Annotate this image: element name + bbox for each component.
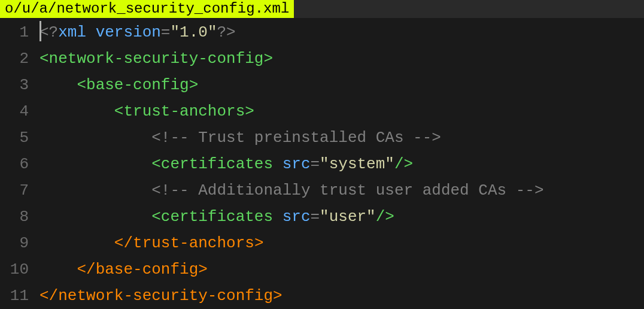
token-punct: <? [40,23,58,41]
token-bracket: /> [376,208,394,226]
token-indent [40,102,114,120]
token-bracket: > [254,234,264,252]
token-indent [40,234,114,252]
file-tab[interactable]: o/u/a/network_security_config.xml [0,0,294,18]
code-content[interactable]: <?xml version="1.0"?> <network-security-… [36,18,544,309]
token-pi: xml [58,23,86,41]
token-bracket: /> [394,155,413,173]
line-number: 6 [0,151,29,177]
token-tag: network-security-config [49,50,264,68]
token-tag: base-config [96,260,199,278]
text-cursor [40,21,41,41]
code-line: <network-security-config> [40,46,544,72]
code-line: </base-config> [40,256,544,283]
line-number: 11 [0,283,29,309]
token-comment: <!-- Additionally trust user added CAs -… [151,181,543,199]
line-number: 10 [0,256,29,283]
token-tag: trust-anchors [123,102,245,120]
token-indent [40,76,77,94]
token-tag: certificates [161,155,273,173]
line-number: 4 [0,98,29,125]
code-line: </network-security-config> [40,283,544,309]
code-line: <!-- Additionally trust user added CAs -… [40,177,544,204]
token-string: "user" [320,208,376,226]
code-line: <certificates src="system"/> [40,151,544,177]
line-number-gutter: 1 2 3 4 5 6 7 8 9 10 11 [0,18,36,309]
token-indent [40,129,151,147]
token-string: "1.0" [170,23,217,41]
token-bracket: > [273,287,282,305]
token-space [86,23,96,41]
token-indent [40,181,151,199]
token-bracket: > [263,50,273,68]
token-bracket: > [189,76,199,94]
line-number: 5 [0,125,29,151]
code-line: <base-config> [40,72,544,98]
code-line: <?xml version="1.0"?> [40,19,544,46]
token-punct: = [311,208,320,226]
token-bracket: < [40,50,49,68]
token-indent [40,208,151,226]
token-space [273,155,282,173]
token-tag: trust-anchors [133,234,254,252]
line-number: 9 [0,230,29,256]
token-attr: version [96,23,161,41]
token-indent [40,260,77,278]
token-bracket: > [198,260,208,278]
code-line: </trust-anchors> [40,230,544,256]
token-comment: <!-- Trust preinstalled CAs --> [151,129,441,147]
token-bracket: </ [77,260,95,278]
token-punct: = [311,155,320,173]
line-number: 8 [0,204,29,230]
line-number: 3 [0,72,29,98]
token-attr: src [282,155,311,173]
token-bracket: </ [114,234,133,252]
token-punct: ?> [217,23,235,41]
code-line: <!-- Trust preinstalled CAs --> [40,125,544,151]
line-number: 7 [0,177,29,204]
token-indent [40,155,151,173]
token-bracket: </ [40,287,58,305]
token-punct: = [161,23,171,41]
token-bracket: < [114,102,124,120]
token-bracket: < [151,208,161,226]
token-string: "system" [320,155,394,173]
editor-area[interactable]: 1 2 3 4 5 6 7 8 9 10 11 <?xml version="1… [0,18,644,309]
code-line: <trust-anchors> [40,98,544,125]
token-space [273,208,282,226]
token-tag: base-config [86,76,189,94]
token-bracket: < [151,155,161,173]
token-attr: src [282,208,311,226]
code-line: <certificates src="user"/> [40,204,544,230]
token-tag: certificates [161,208,273,226]
token-bracket: < [77,76,86,94]
line-number: 1 [0,19,29,46]
token-tag: network-security-config [58,287,273,305]
line-number: 2 [0,46,29,72]
token-bracket: > [245,102,254,120]
tab-bar: o/u/a/network_security_config.xml [0,0,644,18]
